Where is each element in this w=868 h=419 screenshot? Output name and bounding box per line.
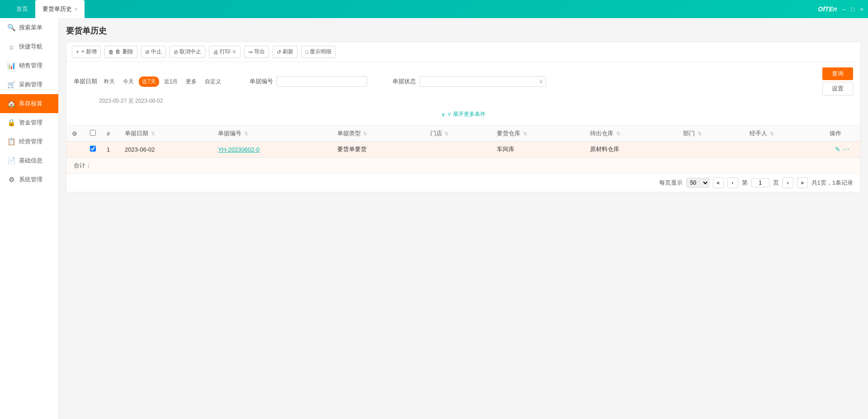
delete-icon: 🗑 [108, 49, 114, 55]
main-content: 要货单历史 + + 新增 🗑 🗑 删除 ⊘ 中止 ⊘ 取消中止 🖨 打印 ∨ [59, 18, 868, 419]
sidebar-item-basic[interactable]: 📄 基础信息 [0, 151, 58, 170]
sidebar-item-sales[interactable]: 📊 销售管理 [0, 56, 58, 75]
plus-icon: + [76, 49, 79, 55]
delete-button[interactable]: 🗑 🗑 删除 [104, 46, 137, 58]
bill-status-input[interactable] [420, 76, 546, 87]
print-button[interactable]: 🖨 打印 ∨ [209, 46, 241, 58]
sidebar-item-system[interactable]: ⚙ 系统管理 [0, 170, 58, 189]
row-checkbox [85, 142, 101, 157]
col-bill-type[interactable]: 单据类型 ⇅ [332, 126, 425, 142]
expand-icon: ∨ [441, 111, 445, 118]
sidebar-item-shortcut[interactable]: ⌂ 快捷导航 [0, 37, 58, 56]
last-page-button[interactable]: » [797, 177, 808, 188]
col-req-warehouse[interactable]: 要货仓库 ⇅ [491, 126, 585, 142]
date-filter-buttons: 昨天 今天 近7天 近1月 更多 自定义 [101, 76, 224, 87]
new-button[interactable]: + + 新增 [72, 46, 101, 58]
tab-history[interactable]: 要货单历史 × [35, 0, 85, 18]
sidebar-item-search[interactable]: 🔍 搜索菜单 [0, 18, 58, 37]
close-tab-icon[interactable]: × [75, 6, 77, 12]
row-more-icon[interactable]: ⋯ [843, 146, 849, 153]
cart-icon: 🛒 [7, 81, 15, 89]
lock-icon: 🔒 [7, 119, 15, 127]
refresh-icon: ↺ [277, 49, 281, 55]
sidebar-item-operations[interactable]: 📋 经营管理 [0, 132, 58, 151]
show-detail-button[interactable]: □ 显示明细 [301, 46, 335, 58]
row-bill-type: 要货单要货 [332, 142, 425, 157]
window-minimize-icon[interactable]: – [842, 6, 845, 13]
last7days-btn[interactable]: 近7天 [139, 76, 159, 87]
total-info: 共1页，1条记录 [811, 179, 853, 187]
table-header-row: ⚙ # 单据日期 ⇅ 单据编号 ⇅ [66, 126, 860, 142]
cancel-stop-icon: ⊘ [174, 49, 178, 55]
pagination: 每页显示 10 20 50 100 « ‹ 第 页 › » 共1页，1条记录 [66, 173, 860, 192]
search-icon: 🔍 [7, 24, 15, 32]
row-select-checkbox[interactable] [90, 146, 96, 152]
col-num: # [101, 126, 119, 142]
refresh-button[interactable]: ↺ 刷新 [273, 46, 297, 58]
sort-pendwh-icon: ⇅ [616, 131, 620, 136]
page-size-select[interactable]: 10 20 50 100 [686, 178, 709, 188]
page-title: 要货单历史 [66, 25, 861, 36]
cancel-stop-button[interactable]: ⊘ 取消中止 [170, 46, 205, 58]
today-btn[interactable]: 今天 [120, 76, 137, 87]
yesterday-btn[interactable]: 昨天 [101, 76, 118, 87]
col-bill-no[interactable]: 单据编号 ⇅ [212, 126, 331, 142]
query-button[interactable]: 查询 [822, 67, 853, 80]
data-table: ⚙ # 单据日期 ⇅ 单据编号 ⇅ [66, 126, 860, 157]
bill-no-input[interactable] [277, 76, 367, 87]
next-page-button[interactable]: › [783, 177, 793, 188]
bill-status-filter-group: 单据状态 ∨ [392, 76, 546, 87]
row-settings [66, 142, 85, 157]
sort-date-icon: ⇅ [151, 131, 155, 136]
action-buttons: 查询 设置 [822, 67, 853, 95]
doc-icon: 📄 [7, 157, 15, 165]
last1month-btn[interactable]: 近1月 [161, 76, 181, 87]
col-pending-warehouse[interactable]: 待出仓库 ⇅ [585, 126, 678, 142]
sidebar-item-inventory[interactable]: 🏠 库存核算 [0, 94, 58, 113]
row-pending-warehouse: 原材料仓库 [585, 142, 678, 157]
page-size-label: 每页显示 [659, 179, 683, 187]
sidebar: 🔍 搜索菜单 ⌂ 快捷导航 📊 销售管理 🛒 采购管理 🏠 库存核算 🔒 资金管… [0, 18, 59, 419]
col-handler[interactable]: 经手人 ⇅ [744, 126, 824, 142]
bill-no-link[interactable]: YH-20230602-0 [218, 146, 259, 153]
total-label: 合计： [74, 162, 91, 170]
tab-home[interactable]: 首页 [9, 0, 35, 18]
page-number-input[interactable] [751, 178, 769, 187]
settings-button[interactable]: 设置 [822, 82, 853, 95]
date-filter-group: 单据日期 昨天 今天 近7天 近1月 更多 自定义 [74, 76, 224, 87]
prev-page-button[interactable]: ‹ [727, 177, 738, 188]
stop-button[interactable]: ⊘ 中止 [141, 46, 166, 58]
sidebar-item-finance[interactable]: 🔒 资金管理 [0, 113, 58, 132]
sort-dept-icon: ⇅ [698, 131, 702, 136]
col-date[interactable]: 单据日期 ⇅ [119, 126, 212, 142]
row-edit-icon[interactable]: ✎ [835, 146, 840, 153]
table-container: ⚙ # 单据日期 ⇅ 单据编号 ⇅ [66, 126, 860, 157]
row-date: 2023-06-02 [119, 142, 212, 157]
window-close-icon[interactable]: × [860, 6, 863, 13]
more-btn[interactable]: 更多 [183, 76, 200, 87]
sort-handler-icon: ⇅ [770, 131, 774, 136]
col-store[interactable]: 门店 ⇅ [425, 126, 491, 142]
select-all-checkbox[interactable] [90, 130, 96, 136]
first-page-button[interactable]: « [713, 177, 724, 188]
sidebar-item-purchase[interactable]: 🛒 采购管理 [0, 75, 58, 94]
col-department[interactable]: 部门 ⇅ [678, 126, 744, 142]
custom-btn[interactable]: 自定义 [202, 76, 224, 87]
export-button[interactable]: ⇒ 导出 [244, 46, 269, 58]
row-num: 1 [101, 142, 119, 157]
date-filter-label: 单据日期 [74, 77, 97, 86]
export-icon: ⇒ [248, 49, 253, 55]
row-req-warehouse: 车间库 [491, 142, 585, 157]
col-settings[interactable]: ⚙ [66, 126, 85, 142]
window-maximize-icon[interactable]: □ [851, 6, 855, 13]
bill-status-label: 单据状态 [392, 77, 416, 86]
filter-row-1: 单据日期 昨天 今天 近7天 近1月 更多 自定义 单据编号 [74, 67, 853, 95]
col-checkbox [85, 126, 101, 142]
row-store [425, 142, 491, 157]
top-right-controls: OfTEn – □ × [818, 5, 863, 13]
stop-icon: ⊘ [145, 49, 150, 55]
expand-row: ∨ ∨ 展开更多条件 [74, 109, 853, 120]
expand-conditions-btn[interactable]: ∨ ∨ 展开更多条件 [438, 109, 489, 120]
row-bill-no: YH-20230602-0 [212, 142, 331, 157]
row-department [678, 142, 744, 157]
